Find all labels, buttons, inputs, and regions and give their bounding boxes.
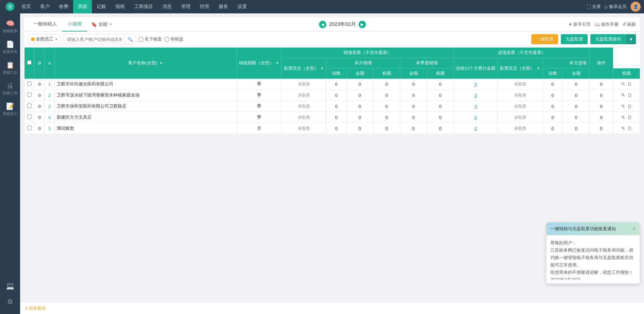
fullscreen-btn[interactable]: ⛶ 全屏 xyxy=(587,4,601,10)
row-checkbox[interactable] xyxy=(27,115,32,119)
nav-item-设置[interactable]: 设置 xyxy=(233,0,252,13)
row-checkbox[interactable] xyxy=(27,81,32,86)
row-sales-season-amount: 0 xyxy=(400,123,427,134)
edit-icon[interactable]: ✎ xyxy=(621,115,625,120)
col-purchase-status: 取票状态（全部） ▼ xyxy=(498,58,543,79)
nav-item-服务[interactable]: 服务 xyxy=(214,0,233,13)
avatar[interactable]: 👤 xyxy=(631,2,641,12)
nav-item-收费[interactable]: 收费 xyxy=(54,0,73,13)
row-purchase-month-count: 0 xyxy=(543,112,563,123)
edit-icon[interactable]: ✎ xyxy=(621,126,625,131)
nav-item-报税[interactable]: 报税 xyxy=(111,0,129,13)
notification-scroll[interactable]: 尊敬的用户： 江苏政务网已恢复访问电子税务局功能，易代账一键登陆电子税务局与无盘… xyxy=(550,239,636,279)
sidebar-item-智能取票[interactable]: 🧠智能取票 xyxy=(1,17,19,36)
col-purchase-month-count: 份数 xyxy=(543,68,563,79)
row-sales-month-tax: 0 xyxy=(373,79,400,90)
search-button[interactable]: 🔍 xyxy=(124,35,136,44)
member-btn[interactable]: ▷ 畅享会员 xyxy=(605,4,627,10)
row-sales-month-amount: 0 xyxy=(346,123,373,134)
sidebar-item-扫描上传[interactable]: 🖨扫描上传 xyxy=(1,79,19,98)
row-tax-period: 季 xyxy=(236,101,281,112)
row-settings-icon[interactable]: ⚙ xyxy=(38,93,42,98)
one-click-btn[interactable]: 一键取票 xyxy=(531,34,558,44)
row-checkbox[interactable] xyxy=(27,104,32,108)
row-settings-icon[interactable]: ⚙ xyxy=(38,82,42,87)
nav-item-管理[interactable]: 管理 xyxy=(176,0,195,13)
table-header-row-1: ⚙ # 客户名称(全部) ▼ 纳税期限（全部） ▼ 销项发票（不含作废票） 进项… xyxy=(24,48,640,58)
chevron-down-icon: ▼ xyxy=(109,22,112,26)
nav-item-经营[interactable]: 经营 xyxy=(195,0,214,13)
tab-full[interactable]: 🔖 全能 ▼ xyxy=(87,21,116,27)
nav-item-记账[interactable]: 记账 xyxy=(92,0,111,13)
nav-item-客户[interactable]: 客户 xyxy=(36,0,54,13)
customer-filter-icon[interactable]: ▼ xyxy=(159,61,163,65)
guide-btn[interactable]: ✦ 新手引导 xyxy=(569,21,591,27)
refresh-btn[interactable]: ↺ 刷新 xyxy=(623,21,636,27)
search-input[interactable] xyxy=(64,36,124,43)
col-index: # xyxy=(45,48,55,79)
row-sales-cumulative: 0 xyxy=(454,123,498,134)
col-sales-season: 本季度销项 xyxy=(400,58,454,68)
table-row: ⚙ 4 新建区方方文具店 季 未取票 0 0 0 0 0 0 未取票 0 0 0… xyxy=(24,112,640,123)
nav-item-首页[interactable]: 首页 xyxy=(17,0,36,13)
member-icon: ▷ xyxy=(605,4,608,9)
sidebar-bottom-item[interactable]: 💻 xyxy=(1,279,19,294)
row-settings-icon[interactable]: ⚙ xyxy=(38,115,42,120)
employee-select[interactable]: 全部员工 ▼ xyxy=(28,34,61,44)
cumulative-link[interactable]: 0 xyxy=(475,115,477,120)
col-purchase-month-amount: 金额 xyxy=(563,68,590,79)
edit-icon[interactable]: ✎ xyxy=(621,81,625,87)
edit-icon[interactable]: ✎ xyxy=(621,92,625,98)
period-prev-btn[interactable]: ◀ xyxy=(319,21,326,28)
view-icon[interactable]: 🗋 xyxy=(627,104,632,109)
sidebar-item-发票开具[interactable]: 📄发票开具 xyxy=(1,38,19,57)
diskless-btn[interactable]: 无盘取票 xyxy=(561,34,588,44)
row-checkbox[interactable] xyxy=(27,92,32,97)
purchase-status-filter-icon[interactable]: ▼ xyxy=(537,66,540,70)
cumulative-link[interactable]: 0 xyxy=(475,82,477,87)
cumulative-link[interactable]: 0 xyxy=(475,93,477,98)
sidebar-icon: 📄 xyxy=(6,40,14,48)
app-logo: 茶 xyxy=(3,0,17,13)
edit-icon[interactable]: ✎ xyxy=(621,104,625,109)
row-customer-name: 新建区方方文具店 xyxy=(55,112,237,123)
notification-close-btn[interactable]: × xyxy=(633,226,636,232)
row-checkbox[interactable] xyxy=(27,126,32,130)
row-settings-cell: ⚙ xyxy=(35,101,45,112)
search-box: 🔍 xyxy=(64,34,136,44)
my-accounts-checkbox[interactable]: 名下账套 xyxy=(139,36,162,42)
row-tax-period: 季 xyxy=(236,79,281,90)
view-icon[interactable]: 🗋 xyxy=(627,92,632,98)
sidebar-item-票据汇总[interactable]: 📋票据汇总 xyxy=(1,58,19,78)
nav-item-票据[interactable]: 票据 xyxy=(73,0,92,13)
cumulative-link[interactable]: 0 xyxy=(475,104,477,109)
row-sales-status: 未取票 xyxy=(281,123,326,134)
sales-status-filter-icon[interactable]: ▼ xyxy=(320,66,324,70)
nav-item-工商项目[interactable]: 工商项目 xyxy=(129,0,158,13)
select-all-checkbox[interactable] xyxy=(27,60,32,65)
sidebar-item-票据录入[interactable]: 📝票据录入 xyxy=(1,100,19,119)
tab-small-scale[interactable]: 小规模 xyxy=(62,17,87,32)
nav-item-消息[interactable]: 消息 xyxy=(158,0,176,13)
row-sales-season-tax: 0 xyxy=(427,79,454,90)
diskless-ops-arrow[interactable]: ▼ xyxy=(626,34,636,44)
tax-policy-link[interactable]: ℹ 税务政策 xyxy=(25,305,46,311)
period-next-btn[interactable]: ▶ xyxy=(359,21,366,28)
tax-disk-checkbox[interactable]: 有税盘 xyxy=(165,36,183,42)
cumulative-link[interactable]: 0 xyxy=(475,126,477,131)
col-purchase-group: 进项发票（不含作废票） xyxy=(454,48,590,58)
row-purchase-month-count: 0 xyxy=(543,90,563,101)
view-icon[interactable]: 🗋 xyxy=(627,81,632,87)
tax-period-filter-icon[interactable]: ▼ xyxy=(276,61,279,65)
manual-btn[interactable]: 📖 操作手册 xyxy=(595,21,619,27)
row-settings-icon[interactable]: ⚙ xyxy=(38,104,42,109)
bottom-bar: ℹ 税务政策 xyxy=(20,302,644,314)
view-icon[interactable]: 🗋 xyxy=(627,115,632,120)
row-settings-icon[interactable]: ⚙ xyxy=(38,126,42,131)
sidebar-bottom-item[interactable]: ⚙ xyxy=(1,295,19,309)
row-customer-name: 卫辉市汲水镇下园湾香榭营木种植家庭农场 xyxy=(55,90,237,101)
tab-general-taxpayer[interactable]: 一般纳税人 xyxy=(28,17,62,32)
diskless-ops-btn[interactable]: 无盘取票操作 xyxy=(590,34,626,44)
view-icon[interactable]: 🗋 xyxy=(627,126,632,131)
row-sales-month-amount: 0 xyxy=(346,101,373,112)
